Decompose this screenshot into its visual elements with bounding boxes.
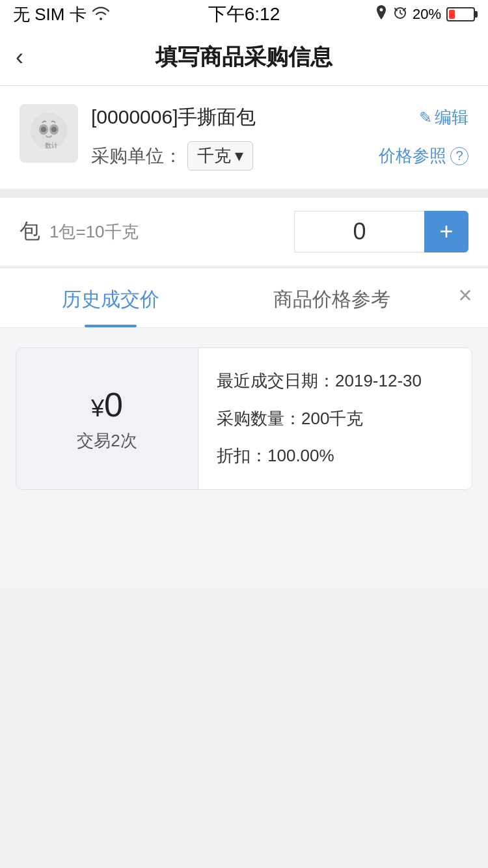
unit-label: 采购单位： 千克 ▾ bbox=[91, 141, 253, 170]
carrier-text: 无 SIM 卡 bbox=[13, 3, 87, 26]
price-ref-label: 价格参照 bbox=[379, 144, 446, 167]
page-title: 填写商品采购信息 bbox=[156, 42, 332, 72]
tab-row: 历史成交价 商品价格参考 × bbox=[0, 268, 488, 328]
package-convert-text: 1包=10千克 bbox=[49, 221, 139, 243]
status-right: 20% bbox=[375, 5, 475, 24]
section-divider bbox=[0, 190, 488, 198]
tab-price-reference[interactable]: 商品价格参考 bbox=[221, 268, 442, 327]
product-section: 数计 [0000006]手撕面包 ✎ 编辑 采购单位： 千克 ▾ bbox=[0, 86, 488, 189]
quantity-row: 采购数量：200千克 bbox=[217, 405, 454, 433]
tab-history-price[interactable]: 历史成交价 bbox=[0, 268, 221, 327]
unit-label-text: 采购单位： bbox=[91, 144, 182, 169]
status-bar: 无 SIM 卡 下午6:12 20% bbox=[0, 0, 488, 29]
tab-history-label: 历史成交价 bbox=[62, 288, 159, 310]
product-thumb-icon: 数计 bbox=[29, 111, 68, 156]
tab-price-ref-label: 商品价格参考 bbox=[273, 288, 390, 310]
product-info: [0000006]手撕面包 ✎ 编辑 采购单位： 千克 ▾ 价格参照 bbox=[91, 104, 468, 170]
date-row: 最近成交日期：2019-12-30 bbox=[217, 368, 454, 395]
quantity-label: 包 1包=10千克 bbox=[20, 217, 139, 246]
unit-row: 采购单位： 千克 ▾ 价格参照 ? bbox=[91, 141, 468, 170]
tab-close-button[interactable]: × bbox=[442, 282, 488, 314]
currency-symbol: ¥ bbox=[91, 395, 104, 422]
quantity-section: 包 1包=10千克 + bbox=[0, 198, 488, 266]
product-row: 数计 [0000006]手撕面包 ✎ 编辑 采购单位： 千克 ▾ bbox=[20, 104, 468, 170]
nav-bar: ‹ 填写商品采购信息 bbox=[0, 29, 488, 86]
edit-button[interactable]: ✎ 编辑 bbox=[419, 106, 468, 129]
alarm-icon bbox=[393, 5, 407, 23]
status-time: 下午6:12 bbox=[208, 2, 280, 27]
edit-label: 编辑 bbox=[435, 106, 468, 129]
price-value: 0 bbox=[104, 386, 123, 424]
quantity-plus-button[interactable]: + bbox=[424, 211, 468, 252]
wifi-icon bbox=[92, 5, 110, 25]
discount-value: 100.00% bbox=[267, 446, 334, 465]
quantity-input[interactable] bbox=[294, 211, 424, 252]
purchase-qty-value: 200千克 bbox=[301, 409, 363, 428]
card-area: ¥0 交易2次 最近成交日期：2019-12-30 采购数量：200千克 折扣：… bbox=[0, 328, 488, 588]
battery-icon bbox=[446, 7, 475, 21]
product-name-row: [0000006]手撕面包 ✎ 编辑 bbox=[91, 104, 468, 131]
svg-point-4 bbox=[41, 127, 46, 132]
unit-value: 千克 bbox=[197, 144, 231, 167]
location-icon bbox=[375, 5, 388, 24]
package-icon: 包 bbox=[20, 217, 40, 246]
dropdown-arrow-icon: ▾ bbox=[235, 146, 243, 166]
quantity-controls: + bbox=[294, 211, 468, 252]
discount-label: 折扣： bbox=[217, 446, 267, 465]
unit-select-dropdown[interactable]: 千克 ▾ bbox=[187, 141, 253, 170]
bottom-panel: 历史成交价 商品价格参考 × ¥0 交易2次 最近成交日期：2019-12-30… bbox=[0, 267, 488, 588]
price-reference-button[interactable]: 价格参照 ? bbox=[379, 144, 468, 167]
svg-text:数计: 数计 bbox=[45, 142, 58, 149]
back-button[interactable]: ‹ bbox=[16, 44, 23, 71]
trade-count: 交易2次 bbox=[77, 429, 137, 452]
date-value: 2019-12-30 bbox=[335, 371, 422, 390]
card-price: ¥0 bbox=[91, 385, 123, 424]
discount-row: 折扣：100.00% bbox=[217, 442, 454, 470]
help-icon: ? bbox=[450, 147, 468, 165]
product-thumbnail: 数计 bbox=[20, 104, 78, 163]
card-left: ¥0 交易2次 bbox=[16, 348, 198, 489]
svg-point-5 bbox=[51, 127, 57, 132]
product-full-name: [0000006]手撕面包 bbox=[91, 104, 256, 131]
battery-percent: 20% bbox=[413, 6, 441, 23]
date-label: 最近成交日期： bbox=[217, 371, 335, 390]
edit-icon: ✎ bbox=[419, 109, 432, 127]
purchase-qty-label: 采购数量： bbox=[217, 409, 301, 428]
status-left: 无 SIM 卡 bbox=[13, 3, 110, 26]
card-right: 最近成交日期：2019-12-30 采购数量：200千克 折扣：100.00% bbox=[198, 348, 472, 489]
history-card: ¥0 交易2次 最近成交日期：2019-12-30 采购数量：200千克 折扣：… bbox=[16, 347, 472, 490]
